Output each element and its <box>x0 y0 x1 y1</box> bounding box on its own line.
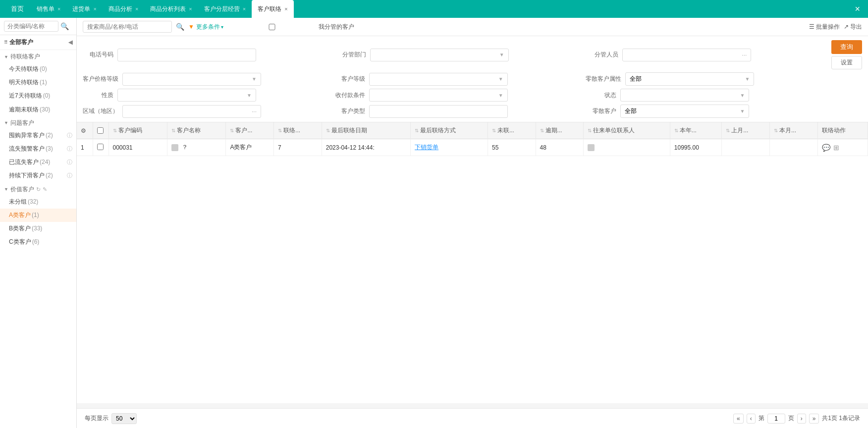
col-type[interactable]: ⇅ 客户... <box>226 122 274 139</box>
sort-icon: ⇅ <box>113 128 117 133</box>
col-checkbox[interactable] <box>93 122 108 139</box>
status-select[interactable]: ▼ <box>620 89 749 102</box>
sidebar-item-tomorrow[interactable]: 明天待联络 (1) <box>0 76 76 89</box>
close-tab-segment[interactable]: × <box>243 6 246 12</box>
my-customers-check[interactable] <box>227 24 317 30</box>
sidebar-item-7days[interactable]: 近7天待联络 (0) <box>0 89 76 103</box>
col-this-month[interactable]: ⇅ 本月... <box>770 122 818 139</box>
nav-tab-sales[interactable]: 销售单 × <box>31 0 66 18</box>
scatter-customer-select[interactable]: 全部 ▼ <box>620 105 749 118</box>
col-overdue[interactable]: ⇅ 逾期... <box>536 122 584 139</box>
sidebar-search-input[interactable] <box>4 21 58 32</box>
close-all-btn[interactable]: × <box>851 4 864 14</box>
close-tab-purchase[interactable]: × <box>93 6 96 12</box>
region-input[interactable]: ··· <box>122 105 261 118</box>
filter-search-icon[interactable]: 🔍 <box>176 23 184 31</box>
horizontal-scrollbar[interactable] <box>77 403 868 408</box>
expand-icon2: ▼ <box>4 120 8 125</box>
sidebar-item-overdue[interactable]: 逾期未联络 (30) <box>0 103 76 116</box>
my-customers-checkbox[interactable]: 我分管的客户 <box>227 23 354 31</box>
first-page-btn[interactable]: « <box>733 414 744 424</box>
nav-tab-analysis[interactable]: 商品分析 × <box>103 0 144 18</box>
payment-select[interactable]: ▼ <box>369 89 508 102</box>
col-last-contact-method[interactable]: ⇅ 最后联络方式 <box>411 122 488 139</box>
scatter-attr-arrow-icon: ▼ <box>745 76 750 82</box>
col-code[interactable]: ⇅ 客户编码 <box>108 122 167 139</box>
filter-row-2: 客户价格等级 ▼ 客户等级 ▼ 零散客户属性 全部 <box>83 72 862 86</box>
status-arrow-icon: ▼ <box>740 93 745 98</box>
group-pending-contact[interactable]: ▼ 待联络客户 <box>0 50 76 62</box>
select-all-checkbox[interactable] <box>97 127 104 134</box>
sidebar-item-churned[interactable]: 已流失客户 (24) ⓘ <box>0 156 76 169</box>
sidebar-item-declining[interactable]: 持续下滑客户 (2) ⓘ <box>0 169 76 182</box>
scatter-attr-select[interactable]: 全部 ▼ <box>625 72 754 86</box>
export-icon: ↗ <box>844 23 849 30</box>
chat-icon[interactable]: 💬 <box>822 144 830 152</box>
filter-row-4: 区域（地区） ··· 客户类型 零散客户 全部 ▼ <box>83 105 862 118</box>
nav-tab-analysis-list[interactable]: 商品分析列表 × <box>144 0 198 18</box>
sidebar-item-abnormal[interactable]: 囤购异常客户 (2) ⓘ <box>0 129 76 142</box>
close-tab-contact[interactable]: × <box>284 6 287 12</box>
col-name[interactable]: ⇅ 客户名称 <box>167 122 225 139</box>
nav-tab-contact[interactable]: 客户联络 × <box>252 0 293 18</box>
grid-icon: ⠿ <box>4 40 7 45</box>
export-btn[interactable]: ↗ 导出 <box>844 23 862 31</box>
close-tab-analysis-list[interactable]: × <box>189 6 192 12</box>
col-not-contacted[interactable]: ⇅ 未联... <box>488 122 536 139</box>
group-value-customers[interactable]: ▼ 价值客户 ↻ ✎ <box>0 183 76 195</box>
col-last-month[interactable]: ⇅ 上月... <box>722 122 770 139</box>
close-tab-analysis[interactable]: × <box>135 6 138 12</box>
col-contact-person[interactable]: ⇅ 往来单位联系人 <box>584 122 670 139</box>
refresh-icon[interactable]: ↻ <box>36 186 41 193</box>
row-checkbox[interactable] <box>97 144 104 150</box>
customer-type-input[interactable] <box>369 105 508 118</box>
page-number-input[interactable] <box>767 414 785 424</box>
sidebar-item-churn-warning[interactable]: 流失预警客户 (3) ⓘ <box>0 142 76 156</box>
query-button[interactable]: 查询 <box>831 40 862 54</box>
sidebar-item-today[interactable]: 今天待联络 (0) <box>0 62 76 76</box>
col-last-contact-date[interactable]: ⇅ 最后联络日期 <box>322 122 410 139</box>
nav-tab-segment[interactable]: 客户分层经营 × <box>198 0 252 18</box>
nature-arrow-icon: ▼ <box>247 93 252 98</box>
settings-icon[interactable]: ⚙ <box>81 127 86 134</box>
sort-icon2: ⇅ <box>171 128 175 133</box>
price-level-select[interactable]: ▼ <box>122 73 261 86</box>
sidebar-item-unclassified[interactable]: 未分组 (32) <box>0 195 76 209</box>
qr-icon[interactable]: ⊞ <box>833 144 839 152</box>
search-input[interactable] <box>83 21 172 33</box>
sidebar-item-b-class[interactable]: B类客户 (33) <box>0 222 76 235</box>
sidebar-item-c-class[interactable]: C类客户 (6) <box>0 235 76 249</box>
total-records: 共1页 1条记录 <box>822 414 860 423</box>
dept-select[interactable]: ▼ <box>370 49 509 61</box>
cell-checkbox[interactable] <box>93 139 108 156</box>
col-settings[interactable]: ⚙ <box>77 122 93 139</box>
nature-select[interactable]: ▼ <box>117 89 256 102</box>
sidebar-search-icon[interactable]: 🔍 <box>60 22 69 30</box>
phone-input[interactable] <box>117 49 256 61</box>
prev-page-btn[interactable]: ‹ <box>747 414 756 424</box>
nav-tab-purchase[interactable]: 进货单 × <box>66 0 102 18</box>
sort-icon7: ⇅ <box>492 128 496 133</box>
sidebar-item-a-class[interactable]: A类客户 (1) <box>0 209 76 222</box>
more-filters-btn[interactable]: ▼ 更多条件 ▾ <box>188 23 223 31</box>
field-customer-level: 客户等级 ▼ <box>320 73 571 86</box>
collapse-icon[interactable]: ◀ <box>68 39 72 46</box>
col-contact-count[interactable]: ⇅ 联络... <box>274 122 322 139</box>
cell-last-contact-method[interactable]: 下销货单 <box>411 139 488 156</box>
settings-button[interactable]: 设置 <box>831 56 862 69</box>
batch-ops-btn[interactable]: ☰ 批量操作 <box>809 23 840 31</box>
nav-home[interactable]: 首页 <box>4 4 31 13</box>
customer-level-select[interactable]: ▼ <box>369 73 508 86</box>
manager-input[interactable]: ··· <box>622 49 751 61</box>
edit-icon[interactable]: ✎ <box>43 186 47 193</box>
all-customers-header[interactable]: ⠿ 全部客户 ◀ <box>0 35 76 50</box>
bottom-bar: 每页显示 50 20 100 « ‹ 第 页 › » 共1页 1条记录 <box>77 408 868 428</box>
next-page-btn[interactable]: › <box>797 414 806 424</box>
sort-icon4: ⇅ <box>278 128 282 133</box>
per-page-select[interactable]: 50 20 100 <box>111 413 137 424</box>
manager-dots-icon: ··· <box>742 52 747 58</box>
last-page-btn[interactable]: » <box>809 414 819 424</box>
col-this-year[interactable]: ⇅ 本年... <box>670 122 722 139</box>
close-tab-sales[interactable]: × <box>57 6 60 12</box>
group-problem-customers[interactable]: ▼ 问题客户 <box>0 116 76 129</box>
